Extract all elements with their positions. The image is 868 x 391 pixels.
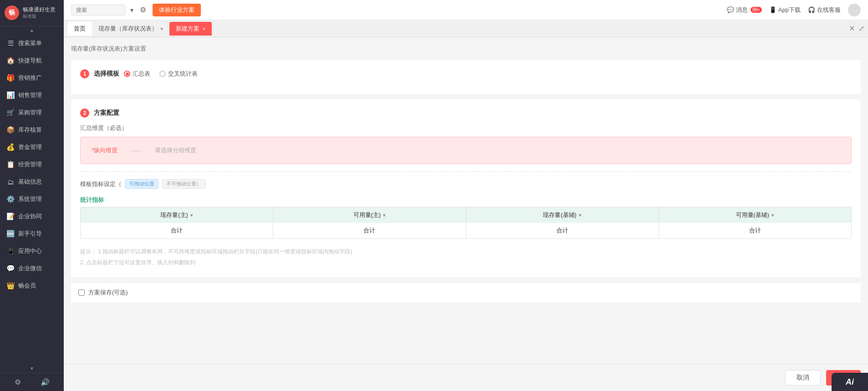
radio-cross-dot <box>159 71 166 77</box>
settings-icon[interactable]: ⚙ <box>15 378 21 386</box>
step2-section: 2 方案配置 汇总维度（必选） *纵向维度 —— 请选择分组维度 模板指标设定（… <box>71 99 861 277</box>
new-icon: 🆕 <box>6 230 15 238</box>
tab-new-scheme-close-icon[interactable]: × <box>202 26 205 31</box>
sidebar-logo: 畅 畅康通好生意 标准版 <box>0 0 64 26</box>
tab-inventory[interactable]: 现存量（库存状况表） × <box>92 22 169 36</box>
sidebar-scroll-up[interactable]: ▲ <box>0 26 64 35</box>
dimension-placeholder: 请选择分组维度 <box>155 146 196 154</box>
main-area: ▾ ⚙ 体验行业方案 💬 消息 99+ 📱 App下载 🎧 在线客服 首页 <box>64 0 868 391</box>
box-icon: 📦 <box>6 126 15 134</box>
tab-inventory-close-icon[interactable]: × <box>160 26 163 31</box>
audio-icon[interactable]: 🔊 <box>41 378 50 386</box>
hints: 提示： 1.拖动标题栏可以调整布局，不可跨维度或指标区域拖动栏目字段(只能在同一… <box>80 246 852 268</box>
search-input[interactable] <box>71 5 126 15</box>
phone-icon: 📱 <box>769 6 776 13</box>
tab-new-scheme[interactable]: 新建方案 × <box>169 22 211 36</box>
bottom-actions: 取消 查询 <box>64 364 868 391</box>
indicator-setting-label: 模板指标设定（ 可拖动位置 不可拖动位置） <box>80 179 852 189</box>
save-checkbox[interactable] <box>78 289 85 296</box>
non-draggable-tag: 不可拖动位置） <box>162 179 205 189</box>
sidebar-item-system[interactable]: ⚙️ 系统管理 <box>0 190 64 208</box>
cancel-button[interactable]: 取消 <box>785 370 821 386</box>
tab-close-btn[interactable]: ✕ <box>849 24 855 33</box>
industry-btn[interactable]: 体验行业方案 <box>153 4 201 16</box>
footer-save: 方案保存(可选) <box>71 283 861 302</box>
headset-icon: 🎧 <box>808 6 815 13</box>
chevron-down-icon-3: ▾ <box>771 212 774 218</box>
app-download-btn[interactable]: 📱 App下载 <box>769 6 801 14</box>
tab-expand-btn[interactable]: ⤢ <box>858 24 864 33</box>
sidebar-item-vip[interactable]: 👑 畅会员 <box>0 277 64 294</box>
col-body-0: 合计 <box>81 223 273 238</box>
sidebar-item-apps[interactable]: 📱 应用中心 <box>0 242 64 260</box>
sidebar-nav: ☰ 搜索菜单 🏠 快捷导航 🎁 营销推广 📊 销售管理 🛒 采购管理 📦 库存核… <box>0 35 64 364</box>
summary-dimension-label: 汇总维度（必选） <box>80 124 852 132</box>
gear-icon: ⚙️ <box>6 195 15 203</box>
tabs-controls: ✕ ⤢ <box>849 24 864 33</box>
chart-icon: 📊 <box>6 91 15 99</box>
message-btn[interactable]: 💬 消息 99+ <box>727 6 762 14</box>
chat-icon: 💬 <box>6 264 15 273</box>
vertical-dimension-required: *纵向维度 <box>92 146 117 154</box>
money-icon: 💰 <box>6 143 15 151</box>
clipboard-icon: 📋 <box>6 160 15 169</box>
sidebar-item-finance[interactable]: 💰 资金管理 <box>0 139 64 156</box>
sidebar-item-marketing[interactable]: 🎁 营销推广 <box>0 69 64 87</box>
section-divider-1 <box>80 171 852 172</box>
topbar-right: 💬 消息 99+ 📱 App下载 🎧 在线客服 <box>727 4 861 16</box>
step1-title: 选择模板 <box>94 70 119 78</box>
sidebar-item-sales[interactable]: 📊 销售管理 <box>0 87 64 104</box>
online-service-btn[interactable]: 🎧 在线客服 <box>808 6 841 14</box>
sidebar-footer: ⚙ 🔊 <box>0 373 64 391</box>
save-label: 方案保存(可选) <box>88 288 128 297</box>
step2-title: 方案配置 <box>94 109 119 117</box>
col-body-3: 合计 <box>659 223 851 238</box>
step2-badge: 2 <box>80 108 89 118</box>
sidebar-item-wechat[interactable]: 💬 企业微信 <box>0 260 64 277</box>
step1-badge: 1 <box>80 69 89 78</box>
content-area: 现存量(库存状况表)方案设置 1 选择模板 汇总表 交叉统计表 <box>64 37 868 364</box>
sidebar-item-shortcut[interactable]: 🏠 快捷导航 <box>0 52 64 69</box>
step1-section: 1 选择模板 汇总表 交叉统计表 <box>71 60 861 94</box>
settings-topbar-icon[interactable]: ⚙ <box>140 5 146 14</box>
sidebar-item-operations[interactable]: 📋 经营管理 <box>0 156 64 173</box>
logo-icon: 畅 <box>5 5 19 20</box>
search-nav-icon: ☰ <box>6 39 15 47</box>
stat-table-header: 现存量(主) ▾ 可用量(主) ▾ 现存量(基辅) ▾ 可用量(基辅) <box>81 207 851 223</box>
dropdown-icon[interactable]: ▾ <box>130 6 133 14</box>
page-title: 现存量(库存状况表)方案设置 <box>71 45 861 53</box>
dimension-box[interactable]: *纵向维度 —— 请选择分组维度 <box>80 137 852 164</box>
tab-home[interactable]: 首页 <box>67 22 92 36</box>
stat-table: 现存量(主) ▾ 可用量(主) ▾ 现存量(基辅) ▾ 可用量(基辅) <box>80 207 852 239</box>
topbar: ▾ ⚙ 体验行业方案 💬 消息 99+ 📱 App下载 🎧 在线客服 <box>64 0 868 20</box>
ai-badge[interactable]: Ai <box>832 373 868 391</box>
sidebar-item-base[interactable]: 🗂 基础信息 <box>0 173 64 190</box>
user-avatar[interactable] <box>848 4 861 16</box>
radio-cross[interactable]: 交叉统计表 <box>159 70 198 78</box>
gift-icon: 🎁 <box>6 74 15 82</box>
doc-icon: 📝 <box>6 212 15 221</box>
col-header-3[interactable]: 可用量(基辅) ▾ <box>659 207 851 223</box>
sidebar-scroll-down[interactable]: ▼ <box>0 364 64 373</box>
crown-icon: 👑 <box>6 282 15 290</box>
col-header-1[interactable]: 可用量(主) ▾ <box>273 207 466 223</box>
mobile-icon: 📱 <box>6 247 15 255</box>
sidebar-item-contract[interactable]: 📝 企业协同 <box>0 208 64 225</box>
step2-header: 2 方案配置 <box>80 108 852 118</box>
tabs-bar: 首页 现存量（库存状况表） × 新建方案 × ✕ ⤢ <box>64 20 868 37</box>
stat-table-body: 合计 合计 合计 合计 <box>81 223 851 238</box>
col-body-2: 合计 <box>466 223 659 238</box>
col-body-1: 合计 <box>273 223 466 238</box>
sidebar-item-inventory[interactable]: 📦 库存核算 <box>0 121 64 139</box>
col-header-0[interactable]: 现存量(主) ▾ <box>81 207 273 223</box>
dimension-dash: —— <box>130 147 142 154</box>
radio-summary[interactable]: 汇总表 <box>124 70 150 78</box>
indicator-section: 统计指标 现存量(主) ▾ 可用量(主) ▾ 现存量(基辅) <box>80 196 852 239</box>
sidebar: 畅 畅康通好生意 标准版 ▲ ☰ 搜索菜单 🏠 快捷导航 🎁 营销推广 📊 销售… <box>0 0 64 391</box>
cart-icon: 🛒 <box>6 108 15 117</box>
col-header-2[interactable]: 现存量(基辅) ▾ <box>466 207 659 223</box>
sidebar-item-purchase[interactable]: 🛒 采购管理 <box>0 104 64 121</box>
stat-label: 统计指标 <box>80 196 852 204</box>
sidebar-item-search[interactable]: ☰ 搜索菜单 <box>0 35 64 52</box>
sidebar-item-guide[interactable]: 🆕 新手引导 <box>0 225 64 242</box>
